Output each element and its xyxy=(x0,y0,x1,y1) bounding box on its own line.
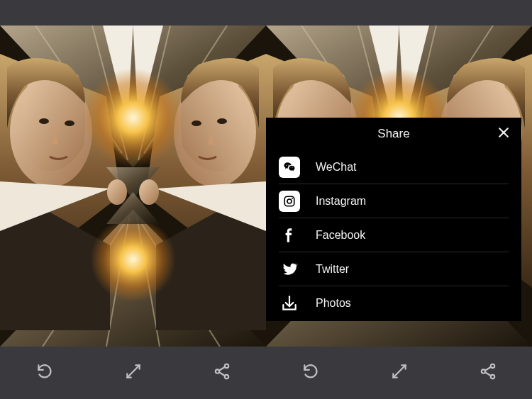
undo-button[interactable] xyxy=(297,359,325,387)
bottom-bar-right xyxy=(266,347,532,399)
svg-line-52 xyxy=(484,367,490,371)
share-close-button[interactable] xyxy=(494,125,513,143)
share-item-photos[interactable]: Photos xyxy=(279,286,509,320)
share-item-instagram[interactable]: Instagram xyxy=(279,184,509,218)
twitter-icon xyxy=(279,259,300,280)
share-header: Share xyxy=(266,118,521,150)
undo-icon xyxy=(35,362,54,383)
close-icon xyxy=(497,125,511,142)
share-panel: Share WeChat Instagram Facebook xyxy=(266,118,521,321)
left-screen xyxy=(0,0,266,399)
share-list: WeChat Instagram Facebook Twitter Photos xyxy=(266,150,521,321)
undo-icon xyxy=(301,362,320,383)
svg-point-12 xyxy=(39,118,49,124)
share-icon xyxy=(479,362,497,383)
share-item-label: WeChat xyxy=(316,161,357,174)
svg-point-26 xyxy=(139,179,159,205)
top-bar-right xyxy=(266,0,532,26)
facebook-icon xyxy=(279,225,300,246)
share-icon xyxy=(213,362,231,383)
share-button-left[interactable] xyxy=(208,359,236,387)
expand-icon xyxy=(124,362,143,383)
svg-point-13 xyxy=(65,120,74,126)
instagram-icon xyxy=(279,191,300,212)
expand-icon xyxy=(390,362,409,383)
share-item-facebook[interactable]: Facebook xyxy=(279,218,509,252)
edited-image-left xyxy=(0,26,266,347)
svg-point-21 xyxy=(84,68,183,167)
undo-button[interactable] xyxy=(31,359,59,387)
svg-point-22 xyxy=(91,217,176,302)
svg-point-25 xyxy=(107,179,127,205)
top-bar-left xyxy=(0,0,266,26)
download-icon xyxy=(279,293,300,314)
wechat-icon xyxy=(279,157,300,178)
share-item-label: Twitter xyxy=(316,263,349,276)
svg-point-57 xyxy=(287,199,292,203)
share-item-label: Photos xyxy=(316,297,351,310)
svg-line-30 xyxy=(218,367,224,371)
svg-line-31 xyxy=(218,372,224,376)
share-item-label: Instagram xyxy=(316,195,366,208)
svg-point-15 xyxy=(217,118,227,124)
share-item-wechat[interactable]: WeChat xyxy=(279,150,509,184)
share-title: Share xyxy=(377,127,409,141)
bottom-bar-left xyxy=(0,347,266,399)
fullscreen-button[interactable] xyxy=(119,359,148,387)
svg-line-53 xyxy=(484,372,490,376)
share-item-label: Facebook xyxy=(316,229,365,242)
fullscreen-button[interactable] xyxy=(385,359,414,387)
svg-point-58 xyxy=(292,197,293,198)
share-button-right[interactable] xyxy=(474,359,502,387)
share-item-twitter[interactable]: Twitter xyxy=(279,252,509,286)
svg-point-16 xyxy=(192,120,201,126)
